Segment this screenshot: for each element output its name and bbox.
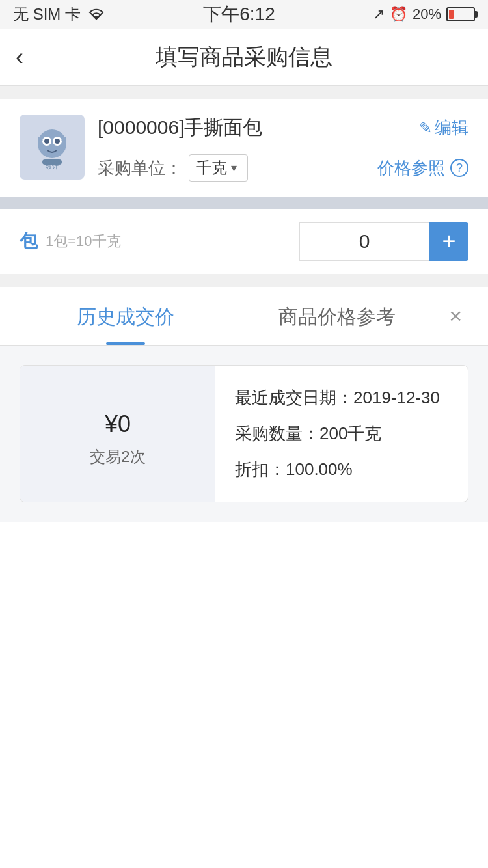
purchase-qty-label: 采购数量： (235, 424, 319, 443)
history-card: ¥0 交易2次 最近成交日期：2019-12-30 采购数量：200千克 折扣：… (20, 365, 468, 502)
unit-select[interactable]: 千克 ▾ (189, 154, 248, 182)
tab-content-area: ¥0 交易2次 最近成交日期：2019-12-30 采购数量：200千克 折扣：… (0, 346, 488, 522)
product-section: 数计 [0000006]手撕面包 ✎ 编辑 采购单位： 千克 ▾ (0, 99, 488, 197)
history-card-left: ¥0 交易2次 (20, 366, 215, 502)
carrier-text: 无 SIM 卡 (13, 4, 81, 25)
quantity-section: 包 1包=10千克 0 + (0, 209, 488, 274)
price-ref-button[interactable]: 价格参照 ? (377, 157, 468, 180)
product-unit-row: 采购单位： 千克 ▾ 价格参照 ? (98, 154, 468, 182)
quantity-unit-badge: 包 (20, 229, 38, 254)
unit-value: 千克 (196, 157, 227, 178)
status-carrier: 无 SIM 卡 (13, 4, 105, 25)
info-icon: ? (450, 159, 468, 177)
discount-value: 100.00% (286, 459, 353, 479)
alarm-icon: ⏰ (390, 6, 407, 23)
recent-date-label: 最近成交日期： (235, 388, 353, 407)
quantity-conversion: 1包=10千克 (46, 232, 121, 251)
product-image-icon: 数计 (29, 124, 75, 170)
product-name: [0000006]手撕面包 (98, 115, 262, 141)
product-header: 数计 [0000006]手撕面包 ✎ 编辑 采购单位： 千克 ▾ (20, 115, 468, 182)
recent-date-value: 2019-12-30 (353, 388, 440, 407)
discount-line: 折扣：100.00% (235, 457, 448, 482)
quantity-label: 包 1包=10千克 (20, 229, 121, 254)
edit-icon: ✎ (419, 119, 432, 137)
nav-bar: ‹ 填写商品采购信息 (0, 29, 488, 86)
dropdown-arrow-icon: ▾ (231, 161, 237, 175)
purchase-qty-value: 200千克 (319, 424, 381, 443)
currency-symbol: ¥ (105, 411, 118, 437)
tabs-section: 历史成交价 商品价格参考 × ¥0 交易2次 最近成交日期：2019-12-30… (0, 287, 488, 522)
tab-product-price-ref[interactable]: 商品价格参考 (231, 287, 442, 345)
status-bar: 无 SIM 卡 下午6:12 ↗ ⏰ 20% (0, 0, 488, 29)
unit-prefix: 采购单位： (98, 157, 182, 180)
svg-point-3 (44, 139, 49, 144)
trade-count: 交易2次 (90, 446, 145, 467)
tab-close-button[interactable]: × (442, 290, 468, 342)
product-title-row: [0000006]手撕面包 ✎ 编辑 (98, 115, 468, 141)
product-thumbnail: 数计 (20, 115, 85, 180)
price-value: 0 (118, 411, 131, 437)
recent-date-line: 最近成交日期：2019-12-30 (235, 385, 448, 411)
discount-label: 折扣： (235, 459, 286, 479)
history-card-right: 最近成交日期：2019-12-30 采购数量：200千克 折扣：100.00% (215, 366, 468, 502)
tab-history-price[interactable]: 历史成交价 (20, 287, 231, 345)
edit-button[interactable]: ✎ 编辑 (419, 116, 468, 139)
price-ref-label: 价格参照 (377, 157, 445, 180)
tabs-header: 历史成交价 商品价格参考 × (0, 287, 488, 346)
quantity-value[interactable]: 0 (299, 222, 429, 261)
bottom-area (0, 522, 488, 868)
battery-percent: 20% (413, 6, 441, 23)
status-right: ↗ ⏰ 20% (373, 6, 475, 23)
page-title: 填写商品采购信息 (156, 42, 332, 72)
product-info: [0000006]手撕面包 ✎ 编辑 采购单位： 千克 ▾ 价格参照 ? (98, 115, 468, 182)
quantity-plus-button[interactable]: + (429, 222, 468, 261)
status-time: 下午6:12 (203, 2, 275, 27)
unit-label: 采购单位： 千克 ▾ (98, 154, 248, 182)
svg-text:数计: 数计 (46, 163, 59, 170)
back-button[interactable]: ‹ (16, 44, 23, 71)
wifi-icon (87, 7, 105, 21)
edit-label: 编辑 (435, 116, 468, 139)
history-price: ¥0 (105, 401, 131, 440)
svg-point-4 (55, 139, 60, 144)
svg-point-0 (38, 129, 66, 158)
divider-bar (0, 197, 488, 209)
battery-icon (446, 7, 475, 21)
purchase-qty-line: 采购数量：200千克 (235, 421, 448, 446)
location-icon: ↗ (373, 6, 385, 23)
quantity-input-group: 0 + (299, 222, 468, 261)
